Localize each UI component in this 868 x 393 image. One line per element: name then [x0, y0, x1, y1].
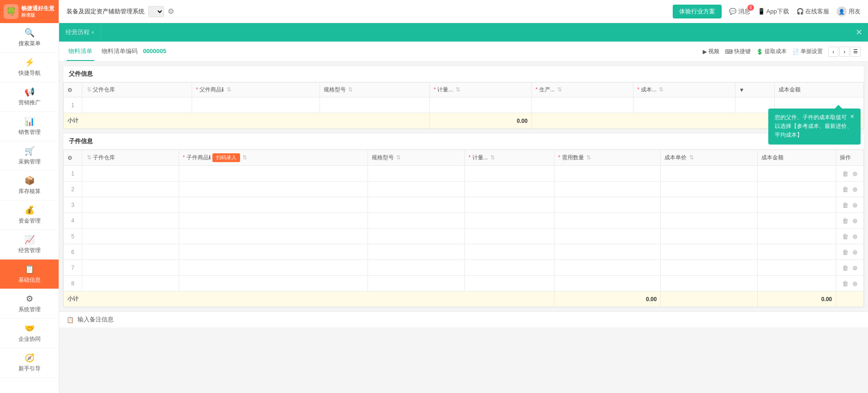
child-cell-spec-8[interactable] — [368, 276, 464, 291]
sidebar-item-system[interactable]: ⚙系统管理 — [0, 289, 59, 319]
sidebar-item-enterprise[interactable]: 🤝企业协同 — [0, 319, 59, 348]
child-cell-unit-8[interactable] — [464, 276, 554, 291]
scan-input-btn[interactable]: 扫码录入 — [212, 153, 240, 162]
child-cell-product-3[interactable] — [179, 197, 368, 213]
copy-icon-8[interactable]: ⊕ — [852, 280, 858, 287]
child-cell-unit-2[interactable] — [464, 181, 554, 197]
child-th-settings[interactable]: ⚙ — [64, 150, 82, 166]
shortcut-btn[interactable]: ⌨ 快捷键 — [725, 48, 751, 55]
sidebar-item-quick-nav[interactable]: ⚡快捷导航 — [0, 53, 59, 82]
close-all-btn[interactable]: ✕ — [850, 27, 868, 37]
child-cell-quantity-4[interactable] — [554, 213, 661, 229]
child-cell-unit-3[interactable] — [464, 197, 554, 213]
child-cell-product-4[interactable] — [179, 213, 368, 229]
child-cell-warehouse-6[interactable] — [82, 244, 179, 260]
sidebar-item-purchase[interactable]: 🛒采购管理 — [0, 141, 59, 171]
sidebar-item-marketing[interactable]: 📢营销推广 — [0, 82, 59, 112]
child-cell-warehouse-8[interactable] — [82, 276, 179, 291]
copy-icon-7[interactable]: ⊕ — [852, 264, 858, 272]
view-btn[interactable]: ▶ 视频 — [703, 48, 719, 55]
child-cell-warehouse-3[interactable] — [82, 197, 179, 213]
tooltip-close-btn[interactable]: × — [850, 113, 854, 120]
parent-cell-product[interactable] — [192, 97, 320, 113]
page-tab-bom[interactable]: 物料清单 — [66, 42, 94, 61]
child-cell-spec-1[interactable] — [368, 166, 464, 181]
sidebar-item-guide[interactable]: 🧭新手引导 — [0, 348, 59, 378]
message-btn[interactable]: 💬 消息 6 — [729, 7, 750, 16]
copy-icon-4[interactable]: ⊕ — [852, 217, 858, 224]
child-cell-quantity-1[interactable] — [554, 166, 661, 181]
child-cell-quantity-2[interactable] — [554, 181, 661, 197]
bottom-bar[interactable]: 📋 输入备注信息 — [59, 311, 868, 327]
delete-icon-5[interactable]: 🗑 — [842, 233, 849, 240]
child-cell-quantity-6[interactable] — [554, 244, 661, 260]
child-cell-product-8[interactable] — [179, 276, 368, 291]
sidebar-item-inventory[interactable]: 📦库存核算 — [0, 171, 59, 200]
app-download-btn[interactable]: 📱 App下载 — [758, 7, 789, 16]
delete-icon-7[interactable]: 🗑 — [842, 264, 849, 272]
sidebar-item-search[interactable]: 🔍搜索菜单 — [0, 23, 59, 53]
user-btn[interactable]: 👤 用友 — [837, 6, 861, 17]
delete-icon-8[interactable]: 🗑 — [842, 280, 849, 287]
child-cell-unit-6[interactable] — [464, 244, 554, 260]
copy-icon-6[interactable]: ⊕ — [852, 248, 858, 256]
cost-btn[interactable]: 💲 提取成本 — [756, 48, 787, 55]
child-cell-unit-price-7[interactable] — [661, 260, 758, 276]
child-cell-warehouse-7[interactable] — [82, 260, 179, 276]
settings-icon[interactable]: ⚙ — [168, 7, 174, 16]
child-cell-spec-2[interactable] — [368, 181, 464, 197]
delete-icon-1[interactable]: 🗑 — [842, 170, 849, 177]
child-cell-spec-7[interactable] — [368, 260, 464, 276]
sidebar-item-sales[interactable]: 📊销售管理 — [0, 112, 59, 141]
delete-icon-2[interactable]: 🗑 — [842, 186, 849, 193]
parent-cell-warehouse[interactable] — [82, 97, 192, 113]
parent-cell-cost[interactable] — [633, 97, 735, 113]
delete-icon-4[interactable]: 🗑 — [842, 217, 849, 224]
copy-icon-1[interactable]: ⊕ — [852, 170, 858, 177]
child-cell-quantity-3[interactable] — [554, 197, 661, 213]
parent-cell-spec[interactable] — [320, 97, 430, 113]
child-cell-product-6[interactable] — [179, 244, 368, 260]
child-cell-spec-3[interactable] — [368, 197, 464, 213]
parent-cell-unit[interactable] — [430, 97, 531, 113]
sidebar-item-finance[interactable]: 💰资金管理 — [0, 200, 59, 230]
child-cell-unit-price-5[interactable] — [661, 229, 758, 244]
child-cell-unit-1[interactable] — [464, 166, 554, 181]
copy-icon-5[interactable]: ⊕ — [852, 233, 858, 240]
child-cell-spec-6[interactable] — [368, 244, 464, 260]
child-cell-warehouse-1[interactable] — [82, 166, 179, 181]
child-cell-unit-price-8[interactable] — [661, 276, 758, 291]
online-service-btn[interactable]: 🎧 在线客服 — [796, 7, 830, 16]
nav-prev-btn[interactable]: ‹ — [828, 47, 838, 57]
settings-btn[interactable]: 📄 单据设置 — [792, 48, 823, 55]
child-cell-unit-price-6[interactable] — [661, 244, 758, 260]
system-select[interactable] — [148, 6, 164, 17]
copy-icon-2[interactable]: ⊕ — [852, 186, 858, 193]
child-cell-quantity-8[interactable] — [554, 276, 661, 291]
sidebar-item-operation[interactable]: 📈经营管理 — [0, 230, 59, 260]
child-cell-unit-price-3[interactable] — [661, 197, 758, 213]
delete-icon-6[interactable]: 🗑 — [842, 248, 849, 256]
child-cell-warehouse-2[interactable] — [82, 181, 179, 197]
child-cell-quantity-7[interactable] — [554, 260, 661, 276]
copy-icon-3[interactable]: ⊕ — [852, 201, 858, 209]
delete-icon-3[interactable]: 🗑 — [842, 201, 849, 209]
tab-经营历程[interactable]: 经营历程× — [59, 23, 101, 42]
child-cell-product-7[interactable] — [179, 260, 368, 276]
child-cell-warehouse-5[interactable] — [82, 229, 179, 244]
child-cell-spec-4[interactable] — [368, 213, 464, 229]
child-cell-unit-4[interactable] — [464, 213, 554, 229]
child-cell-quantity-5[interactable] — [554, 229, 661, 244]
parent-th-settings[interactable]: ⚙ — [64, 83, 82, 97]
sidebar-item-basic-info[interactable]: 📋基础信息 — [0, 260, 59, 289]
nav-menu-btn[interactable]: ☰ — [850, 47, 861, 57]
child-cell-warehouse-4[interactable] — [82, 213, 179, 229]
child-cell-unit-price-4[interactable] — [661, 213, 758, 229]
child-cell-spec-5[interactable] — [368, 229, 464, 244]
child-cell-unit-5[interactable] — [464, 229, 554, 244]
experience-button[interactable]: 体验行业方案 — [673, 5, 722, 18]
child-cell-product-1[interactable] — [179, 166, 368, 181]
child-cell-product-5[interactable] — [179, 229, 368, 244]
nav-next-btn[interactable]: › — [839, 47, 850, 57]
child-cell-unit-price-1[interactable] — [661, 166, 758, 181]
